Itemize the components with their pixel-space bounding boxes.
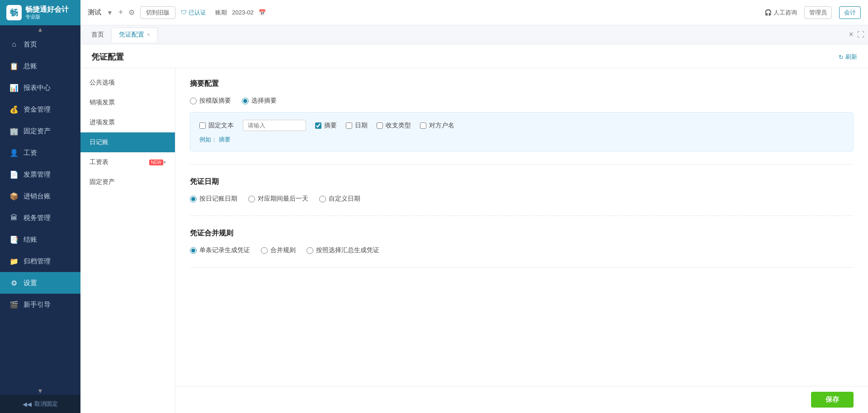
tab-config-close[interactable]: × xyxy=(147,32,150,38)
radio-template-summary[interactable]: 按模版摘要 xyxy=(190,97,231,105)
left-nav-purchase[interactable]: 进项发票 xyxy=(80,113,175,132)
sidebar-item-ledger[interactable]: 📋 总账 xyxy=(0,55,80,77)
radio-template-summary-input[interactable] xyxy=(190,98,197,104)
tab-config[interactable]: 凭证配置 × xyxy=(111,28,158,42)
sidebar-item-archive[interactable]: 📁 归档管理 xyxy=(0,250,80,272)
assets-icon: 🏢 xyxy=(9,127,19,136)
checkbox-summary-label: 摘要 xyxy=(324,122,337,130)
logo-name: 畅捷通好会计 xyxy=(25,5,69,14)
support-btn[interactable]: 🎧 人工咨询 xyxy=(764,9,797,17)
voucher-date-title: 凭证日期 xyxy=(190,177,854,187)
tabbar: 首页 凭证配置 × × ⛶ xyxy=(80,25,868,44)
radio-single-record[interactable]: 单条记录生成凭证 xyxy=(190,246,250,254)
topbar: 测试 ▼ + ⚙ 切到旧版 🛡 已认证 账期 2023-02 📅 🎧 人工咨询 … xyxy=(80,0,868,25)
left-nav-public-label: 公共选项 xyxy=(90,79,166,87)
left-nav-public[interactable]: 公共选项 xyxy=(80,73,175,93)
guide-icon: 🎬 xyxy=(9,300,19,309)
sidebar-item-salary[interactable]: 👤 工资 xyxy=(0,142,80,164)
radio-period-last-input[interactable] xyxy=(248,196,255,202)
sidebar-item-trade[interactable]: 📦 进销台账 xyxy=(0,185,80,207)
sidebar-item-invoice[interactable]: 📄 发票管理 xyxy=(0,164,80,185)
merge-radio-group: 单条记录生成凭证 合并规则 按照选择汇总生成凭证 xyxy=(190,246,854,254)
left-nav-sales[interactable]: 销项发票 xyxy=(80,93,175,113)
sidebar-label-tax: 税务管理 xyxy=(24,214,51,222)
company-dropdown-icon[interactable]: ▼ xyxy=(107,9,113,16)
checkbox-date[interactable]: 日期 xyxy=(346,122,368,130)
checkbox-counterpart[interactable]: 对方户名 xyxy=(420,122,454,130)
checkbox-summary-input[interactable] xyxy=(315,122,321,129)
sidebar-label-assets: 固定资产 xyxy=(24,127,51,136)
left-nav-journal-label: 日记账 xyxy=(90,138,166,146)
sidebar-item-tax[interactable]: 🏛 税务管理 xyxy=(0,207,80,229)
salary-icon: 👤 xyxy=(9,149,19,157)
radio-journal-date-label: 按日记账日期 xyxy=(199,195,237,203)
period-info: 账期 2023-02 📅 xyxy=(215,9,265,17)
checkbox-pay-type[interactable]: 收支类型 xyxy=(377,122,411,130)
radio-select-summary[interactable]: 选择摘要 xyxy=(242,97,277,105)
merge-rules-section: 凭证合并规则 单条记录生成凭证 合并规则 按照选择汇总生成凭证 xyxy=(190,229,854,254)
radio-single-record-label: 单条记录生成凭证 xyxy=(199,246,250,254)
support-text: 人工咨询 xyxy=(774,9,797,17)
radio-select-summary-input[interactable] xyxy=(242,98,249,104)
radio-custom-date-input[interactable] xyxy=(319,196,326,202)
left-nav-fixed-assets[interactable]: 固定资产 xyxy=(80,172,175,192)
radio-custom-date[interactable]: 自定义日期 xyxy=(319,195,360,203)
sidebar-item-reports[interactable]: 📊 报表中心 xyxy=(0,77,80,99)
left-nav-payroll[interactable]: 工资表 NEW ▾ xyxy=(80,152,175,172)
checkbox-pay-type-input[interactable] xyxy=(377,122,383,129)
sidebar-scroll-up[interactable]: ▲ xyxy=(0,25,80,33)
tab-home[interactable]: 首页 xyxy=(84,28,111,42)
checkbox-summary[interactable]: 摘要 xyxy=(315,122,337,130)
calendar-icon[interactable]: 📅 xyxy=(259,9,266,16)
payroll-chevron-icon: ▾ xyxy=(163,159,166,165)
save-button[interactable]: 保存 xyxy=(811,392,854,408)
accountant-btn[interactable]: 会计 xyxy=(839,6,861,19)
tabbar-close-icon[interactable]: × xyxy=(849,30,854,39)
radio-merge-rule[interactable]: 合并规则 xyxy=(261,246,296,254)
home-icon: ⌂ xyxy=(9,40,19,48)
sidebar-cancel-fixed[interactable]: ◀◀ 取消固定 xyxy=(0,395,80,413)
cancel-fixed-label: 取消固定 xyxy=(34,400,58,408)
page-header: 凭证配置 ↻ 刷新 xyxy=(80,44,868,68)
sidebar-label-settings: 设置 xyxy=(24,279,37,287)
period-value: 2023-02 xyxy=(232,9,254,16)
sidebar-item-assets[interactable]: 🏢 固定资产 xyxy=(0,120,80,142)
sidebar-item-home[interactable]: ⌂ 首页 xyxy=(0,33,80,55)
switch-old-btn[interactable]: 切到旧版 xyxy=(140,6,175,19)
radio-single-record-input[interactable] xyxy=(190,247,197,254)
checkbox-fixed-text-label: 固定文本 xyxy=(208,122,234,130)
config-content: 摘要配置 按模版摘要 选择摘要 xyxy=(175,68,868,386)
company-name: 测试 xyxy=(88,8,101,17)
radio-journal-date-input[interactable] xyxy=(190,196,197,202)
left-nav-journal[interactable]: 日记账 xyxy=(80,132,175,152)
radio-journal-date[interactable]: 按日记账日期 xyxy=(190,195,237,203)
sidebar-item-settings[interactable]: ⚙ 设置 xyxy=(0,272,80,294)
checkbox-fixed-text-input[interactable] xyxy=(199,122,206,129)
divider-1 xyxy=(190,164,854,164)
sidebar-item-guide[interactable]: 🎬 新手引导 xyxy=(0,294,80,315)
refresh-btn[interactable]: ↻ 刷新 xyxy=(839,53,857,61)
settings-gear-icon[interactable]: ⚙ xyxy=(128,8,135,17)
sidebar-item-capital[interactable]: 💰 资金管理 xyxy=(0,99,80,120)
radio-batch-generate[interactable]: 按照选择汇总生成凭证 xyxy=(307,246,379,254)
fixed-text-input[interactable] xyxy=(243,120,306,131)
sidebar-label-settle: 结账 xyxy=(24,235,37,244)
archive-icon: 📁 xyxy=(9,257,19,266)
radio-batch-generate-input[interactable] xyxy=(307,247,313,254)
divider-3 xyxy=(190,267,854,268)
sidebar: 畅 畅捷通好会计 专业版 ▲ ⌂ 首页 📋 总账 📊 报表中心 💰 资金管理 🏢… xyxy=(0,0,80,413)
checkbox-fixed-text[interactable]: 固定文本 xyxy=(199,122,234,130)
sidebar-item-settle[interactable]: 📑 结账 xyxy=(0,229,80,250)
radio-period-last[interactable]: 对应期间最后一天 xyxy=(248,195,308,203)
checkbox-date-input[interactable] xyxy=(346,122,352,129)
checkbox-counterpart-input[interactable] xyxy=(420,122,426,129)
radio-merge-rule-input[interactable] xyxy=(261,247,268,254)
sidebar-scroll-down[interactable]: ▼ xyxy=(0,387,80,395)
manager-btn[interactable]: 管理员 xyxy=(804,6,832,19)
reports-icon: 📊 xyxy=(9,84,19,92)
sidebar-logo: 畅 畅捷通好会计 专业版 xyxy=(0,0,80,25)
tabbar-expand-icon[interactable]: ⛶ xyxy=(857,31,864,39)
logo-sub: 专业版 xyxy=(25,14,69,20)
add-company-icon[interactable]: + xyxy=(118,8,123,17)
summary-radio-group: 按模版摘要 选择摘要 xyxy=(190,97,854,105)
